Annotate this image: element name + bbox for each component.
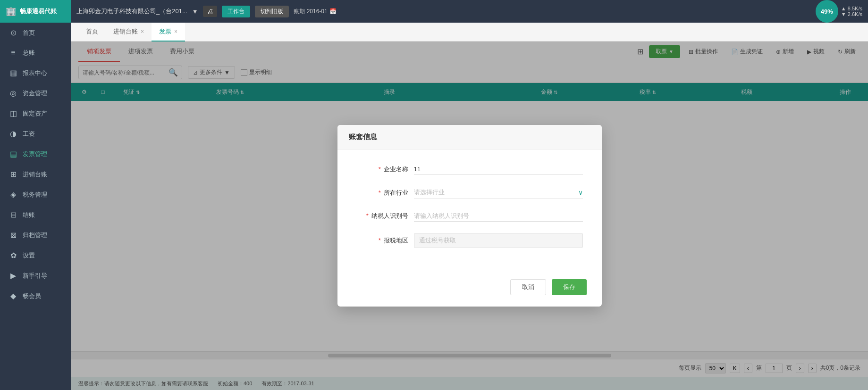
- ledger-icon: ≡: [8, 49, 18, 57]
- period-label: 账期: [294, 8, 305, 16]
- guide-icon: ▶: [8, 271, 18, 280]
- sidebar-item-label: 进销台账: [23, 170, 47, 179]
- tab-purchase-close[interactable]: ×: [141, 28, 144, 35]
- sidebar-item-member[interactable]: ◆ 畅会员: [0, 286, 71, 306]
- sidebar-item-label: 归档管理: [23, 231, 47, 240]
- network-percent: 49%: [821, 8, 833, 15]
- tax-icon: ◈: [8, 190, 18, 199]
- tax-region-placeholder: 通过税号获取: [419, 237, 456, 244]
- tax-region-readonly: 通过税号获取: [414, 233, 583, 248]
- cancel-button[interactable]: 取消: [510, 279, 546, 295]
- logo-icon: 🏢: [6, 6, 16, 17]
- industry-label: * 所在行业: [356, 189, 408, 197]
- network-speeds: ▲ 8.5K/s ▼ 2.6K/s: [841, 6, 862, 17]
- sidebar-item-archive[interactable]: ⊠ 归档管理: [0, 225, 71, 245]
- calendar-icon[interactable]: 📅: [329, 8, 337, 15]
- main-area: 上海卯金刀电子科技有限公司_（台201... ▼ 🖨 工作台 切到旧版 账期 2…: [71, 0, 868, 390]
- app-name: 畅康通易代账: [20, 7, 57, 16]
- close-period-icon: ⊟: [8, 210, 18, 219]
- sidebar-item-invoice[interactable]: ▤ 发票管理: [0, 144, 71, 164]
- app-logo: 🏢 畅康通易代账: [0, 0, 71, 23]
- period-value: 2016-01: [307, 8, 328, 15]
- tab-purchase-label: 进销台账: [113, 27, 138, 36]
- settings-icon: ✿: [8, 251, 18, 260]
- sidebar-item-label: 发票管理: [23, 150, 47, 158]
- report-icon: ▦: [8, 68, 18, 77]
- sidebar-item-assets[interactable]: ◫ 固定资产: [0, 103, 71, 124]
- tab-invoice[interactable]: 发票 ×: [152, 23, 185, 41]
- payroll-icon: ◑: [8, 129, 18, 138]
- print-icon[interactable]: 🖨: [203, 6, 217, 17]
- sidebar-item-label: 税务管理: [23, 191, 47, 199]
- tab-purchase[interactable]: 进销台账 ×: [106, 23, 152, 41]
- sidebar-item-label: 新手引导: [23, 272, 47, 280]
- tab-invoice-close[interactable]: ×: [174, 28, 177, 35]
- archive-icon: ⊠: [8, 231, 18, 240]
- modal-overlay: 账套信息 * 企业名称 * 所在行业: [71, 41, 868, 390]
- sidebar-item-label: 资金管理: [23, 89, 47, 98]
- tab-home[interactable]: 首页: [78, 23, 106, 41]
- sidebar-item-label: 固定资产: [23, 109, 47, 118]
- sidebar-item-label: 工资: [23, 130, 35, 138]
- workbench-button[interactable]: 工作台: [222, 6, 250, 17]
- modal-title: 账套信息: [349, 133, 377, 141]
- invoice-icon: ▤: [8, 149, 18, 158]
- sidebar-item-settings[interactable]: ✿ 设置: [0, 245, 71, 266]
- company-name-label: * 企业名称: [356, 165, 408, 174]
- industry-select[interactable]: 请选择行业 ∨: [414, 186, 583, 199]
- speed-up: ▲ 8.5K/s: [841, 6, 862, 11]
- company-name: 上海卯金刀电子科技有限公司_（台201...: [76, 7, 187, 16]
- sidebar-item-label: 畅会员: [23, 292, 41, 300]
- sidebar-item-finance[interactable]: ◎ 资金管理: [0, 83, 71, 103]
- tax-id-row: * 纳税人识别号: [356, 210, 583, 222]
- finance-icon: ◎: [8, 89, 18, 98]
- purchase-icon: ⊞: [8, 170, 18, 179]
- sidebar: 🏢 畅康通易代账 ⊙ 首页 ≡ 总账 ▦ 报表中心 ◎ 资金管理 ◫ 固定资产 …: [0, 0, 71, 390]
- sidebar-item-label: 报表中心: [23, 69, 47, 77]
- member-icon: ◆: [8, 291, 18, 300]
- tax-id-input[interactable]: [414, 210, 583, 222]
- modal-header: 账套信息: [337, 125, 602, 149]
- topbar: 上海卯金刀电子科技有限公司_（台201... ▼ 🖨 工作台 切到旧版 账期 2…: [71, 0, 868, 23]
- account-info-modal: 账套信息 * 企业名称 * 所在行业: [337, 125, 602, 307]
- industry-placeholder: 请选择行业: [414, 188, 578, 197]
- tax-id-label: * 纳税人识别号: [356, 212, 408, 220]
- speed-down: ▼ 2.6K/s: [841, 11, 862, 17]
- sidebar-item-tax[interactable]: ◈ 税务管理: [0, 184, 71, 205]
- network-status-circle: 49%: [816, 0, 838, 23]
- period-display: 账期 2016-01 📅: [294, 8, 337, 16]
- tab-invoice-label: 发票: [159, 27, 171, 36]
- sidebar-item-purchase[interactable]: ⊞ 进销台账: [0, 164, 71, 184]
- dropdown-arrow-icon[interactable]: ▼: [192, 8, 198, 15]
- sidebar-item-label: 总账: [23, 49, 35, 57]
- modal-footer: 取消 保存: [337, 274, 602, 307]
- sidebar-item-ledger[interactable]: ≡ 总账: [0, 43, 71, 63]
- topbar-right: 49% ▲ 8.5K/s ▼ 2.6K/s: [816, 0, 862, 23]
- assets-icon: ◫: [8, 109, 18, 118]
- sidebar-item-payroll[interactable]: ◑ 工资: [0, 124, 71, 144]
- sidebar-item-label: 首页: [23, 29, 35, 37]
- tab-bar: 首页 进销台账 × 发票 ×: [71, 23, 868, 41]
- company-name-input[interactable]: [414, 164, 583, 175]
- sidebar-item-guide[interactable]: ▶ 新手引导: [0, 266, 71, 286]
- sidebar-item-label: 设置: [23, 251, 35, 260]
- tab-home-label: 首页: [86, 27, 98, 36]
- save-button[interactable]: 保存: [552, 279, 587, 295]
- modal-body: * 企业名称 * 所在行业 请选择行业 ∨: [337, 149, 602, 274]
- switch-old-button[interactable]: 切到旧版: [255, 6, 289, 17]
- sidebar-item-home[interactable]: ⊙ 首页: [0, 23, 71, 43]
- tax-region-row: * 报税地区 通过税号获取: [356, 233, 583, 248]
- industry-chevron-icon: ∨: [578, 189, 583, 196]
- content-area: 销项发票 进项发票 费用小票 ⊞ 取票 ▼ ⊞ 批量操作: [71, 41, 868, 390]
- company-name-row: * 企业名称: [356, 164, 583, 175]
- sidebar-item-close[interactable]: ⊟ 结账: [0, 205, 71, 225]
- sidebar-item-report[interactable]: ▦ 报表中心: [0, 63, 71, 83]
- sidebar-item-label: 结账: [23, 211, 35, 219]
- tax-region-label: * 报税地区: [356, 236, 408, 245]
- home-icon: ⊙: [8, 28, 18, 37]
- industry-row: * 所在行业 请选择行业 ∨: [356, 186, 583, 199]
